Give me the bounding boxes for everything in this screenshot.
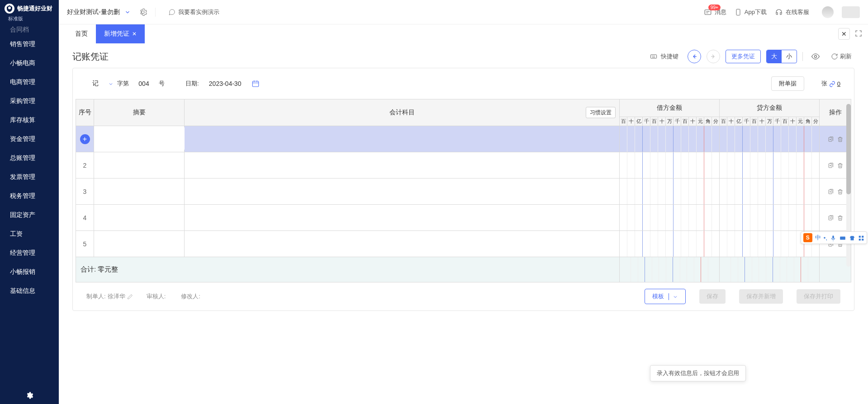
settings-icon[interactable] <box>139 8 147 16</box>
digit-header: 元 <box>797 117 804 126</box>
digit-header: 千 <box>773 117 781 126</box>
credit-cell[interactable] <box>720 126 820 152</box>
delete-row-icon[interactable] <box>837 188 844 195</box>
credit-cell[interactable] <box>720 179 820 205</box>
settings-button[interactable] <box>0 387 59 404</box>
table-row: 3 <box>76 179 851 205</box>
attach-button[interactable]: 附单据 <box>771 76 804 91</box>
avatar-secondary[interactable] <box>842 6 860 18</box>
ime-toolbar[interactable]: S 中 •, <box>801 231 867 244</box>
nav-item[interactable]: 税务管理 <box>0 187 59 206</box>
tenant-select[interactable]: 好业财测试-量勿删 <box>67 8 131 16</box>
credit-cell[interactable] <box>720 205 820 231</box>
nav-item[interactable]: 工资 <box>0 225 59 244</box>
chevron-down-icon[interactable] <box>669 293 678 300</box>
debit-cell[interactable] <box>620 152 720 179</box>
summary-cell[interactable] <box>94 126 185 152</box>
debit-cell[interactable] <box>620 231 720 257</box>
view-button[interactable] <box>808 50 823 63</box>
close-panel-button[interactable]: ✕ <box>838 28 850 40</box>
habit-settings-button[interactable]: 习惯设置 <box>586 107 616 118</box>
nav-item[interactable]: 小畅报销 <box>0 263 59 282</box>
nav-item[interactable]: 固定资产 <box>0 206 59 225</box>
nav-item[interactable]: 总账管理 <box>0 149 59 168</box>
ime-skin-icon[interactable] <box>849 234 855 241</box>
attach-count-value[interactable]: 0 <box>837 80 840 87</box>
date-input[interactable] <box>203 80 248 87</box>
more-vouchers-button[interactable]: 更多凭证 <box>726 50 761 63</box>
size-small[interactable]: 小 <box>782 50 797 63</box>
nav-item[interactable]: 小畅电商 <box>0 54 59 73</box>
debit-cell[interactable] <box>620 126 720 152</box>
copy-row-icon[interactable] <box>827 162 834 169</box>
account-cell[interactable] <box>185 126 620 152</box>
ime-keyboard-icon[interactable] <box>839 234 846 241</box>
nav-item[interactable]: 合同档 <box>0 25 59 35</box>
auditor: 审核人: <box>147 292 168 301</box>
copy-row-icon[interactable] <box>827 188 834 195</box>
copy-row-icon[interactable] <box>827 215 834 221</box>
delete-row-icon[interactable] <box>837 136 844 143</box>
template-button[interactable]: 模板 <box>645 289 686 304</box>
copy-row-icon[interactable] <box>827 136 834 143</box>
link-icon[interactable] <box>829 80 835 87</box>
ime-lang[interactable]: 中 <box>815 234 821 242</box>
credit-cell[interactable] <box>720 152 820 179</box>
fullscreen-button[interactable] <box>854 29 863 38</box>
refresh-button[interactable]: 刷新 <box>828 51 854 62</box>
close-icon[interactable]: ✕ <box>132 31 137 37</box>
voucher-type-input[interactable] <box>86 80 104 87</box>
nav-item[interactable]: 电商管理 <box>0 73 59 92</box>
summary-cell[interactable] <box>94 205 185 231</box>
ime-mic-icon[interactable] <box>830 234 836 241</box>
prev-button[interactable] <box>688 50 701 63</box>
summary-cell[interactable] <box>94 231 185 257</box>
account-cell[interactable] <box>185 205 620 231</box>
main: 好业财测试-量勿删 我要看实例演示 99+ 消息 App下载 <box>59 0 868 404</box>
digit-header: 十 <box>727 117 735 126</box>
app-download-button[interactable]: App下载 <box>735 8 767 16</box>
arrow-right-icon <box>710 53 717 60</box>
brand-name: 畅捷通好业财 <box>17 5 52 13</box>
tab-new-voucher[interactable]: 新增凭证 ✕ <box>96 24 145 43</box>
nav-item[interactable]: 发票管理 <box>0 168 59 187</box>
nav-item[interactable]: 经营管理 <box>0 244 59 263</box>
nav-item[interactable]: 销售管理 <box>0 35 59 54</box>
header-summary: 摘要 <box>94 99 185 126</box>
tab-home[interactable]: 首页 <box>67 24 96 43</box>
nav-item[interactable]: 基础信息 <box>0 282 59 301</box>
delete-row-icon[interactable] <box>837 162 844 169</box>
account-cell[interactable] <box>185 179 620 205</box>
debit-cell[interactable] <box>620 205 720 231</box>
avatar[interactable] <box>822 6 834 18</box>
summary-input[interactable] <box>95 127 185 150</box>
digit-header: 亿 <box>735 117 743 126</box>
demo-link[interactable]: 我要看实例演示 <box>168 8 219 16</box>
account-cell[interactable] <box>185 152 620 179</box>
ime-menu-icon[interactable] <box>858 234 864 241</box>
headset-icon <box>775 8 783 16</box>
next-button[interactable] <box>707 50 720 63</box>
message-button[interactable]: 99+ 消息 <box>704 8 726 16</box>
attach-count: 张 0 <box>821 80 840 88</box>
account-cell[interactable] <box>185 231 620 257</box>
size-big[interactable]: 大 <box>767 50 782 63</box>
voucher-number-input[interactable] <box>133 80 155 87</box>
debit-cell[interactable] <box>620 179 720 205</box>
digit-header: 十 <box>689 117 697 126</box>
add-row-button[interactable]: + <box>80 134 90 144</box>
summary-cell[interactable] <box>94 179 185 205</box>
summary-cell[interactable] <box>94 152 185 179</box>
chevron-down-icon[interactable] <box>108 80 114 87</box>
service-button[interactable]: 在线客服 <box>775 8 809 16</box>
nav-item[interactable]: 采购管理 <box>0 92 59 111</box>
svg-rect-11 <box>859 236 861 238</box>
edit-icon[interactable] <box>127 294 133 300</box>
ime-punct[interactable]: •, <box>824 235 827 241</box>
delete-row-icon[interactable] <box>837 215 844 221</box>
nav-item[interactable]: 资金管理 <box>0 130 59 149</box>
nav-item[interactable]: 库存核算 <box>0 111 59 130</box>
calendar-icon[interactable] <box>251 80 260 88</box>
arrow-left-icon <box>691 53 698 60</box>
shortcut-button[interactable]: 快捷键 <box>645 51 682 62</box>
